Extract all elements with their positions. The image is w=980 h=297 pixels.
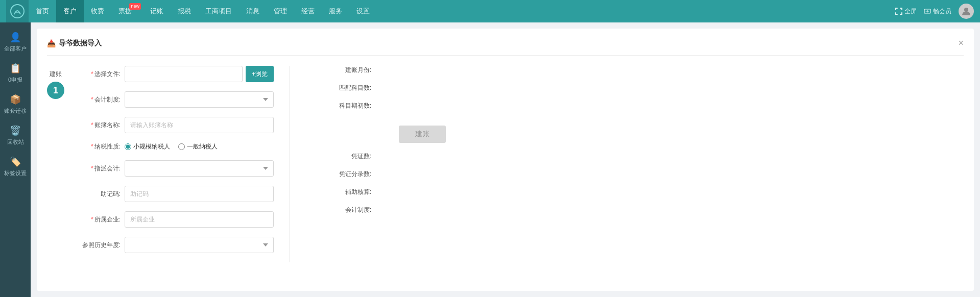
sidebar-item-all-customers[interactable]: 👤 全部客户 [0, 27, 31, 58]
tags-icon: 🏷️ [10, 156, 21, 167]
browse-button[interactable]: +浏览 [246, 66, 274, 82]
sidebar-item-label: 全部客户 [4, 45, 27, 53]
sidebar-item-label: 回收站 [7, 138, 24, 146]
file-input-group: +浏览 [125, 66, 274, 82]
sidebar-item-migration[interactable]: 📦 账套迁移 [0, 89, 31, 120]
sidebar-item-recycle[interactable]: 🗑️ 回收站 [0, 120, 31, 151]
top-nav: 首页 客户 收费 票据 new 记账 报税 工商项目 消息 管理 经营 服务 设… [0, 0, 980, 22]
accounting-system-select[interactable] [125, 91, 274, 108]
page-body: 📥 导爷数据导入 × 建账 1 *选择文件: [37, 29, 974, 291]
nav-item-tax[interactable]: 报税 [171, 0, 198, 22]
dialog-title: 📥 导爷数据导入 [47, 39, 964, 56]
step-section: 建账 1 [47, 66, 64, 262]
auxiliary-label: 辅助核算: [325, 188, 371, 196]
nav-items: 首页 客户 收费 票据 new 记账 报税 工商项目 消息 管理 经营 服务 设… [29, 0, 895, 22]
affiliated-company-label: *所属企业: [80, 215, 121, 224]
layout: 👤 全部客户 📋 0申报 📦 账套迁移 🗑️ 回收站 🏷️ 标签设置 📥 导爷数… [0, 22, 980, 297]
recycle-icon: 🗑️ [10, 125, 21, 136]
nav-item-invoice[interactable]: 票据 new [111, 0, 143, 22]
close-button[interactable]: × [958, 38, 964, 48]
tax-type-row: *纳税性质: 小规模纳税人 一般纳税人 [80, 142, 274, 151]
history-year-select[interactable] [125, 237, 274, 253]
assistant-code-input[interactable] [125, 186, 274, 202]
nav-item-business[interactable]: 工商项目 [198, 0, 239, 22]
match-subjects-label: 匹配科目数: [325, 84, 371, 92]
sidebar-item-label: 0申报 [8, 76, 22, 84]
ledger-name-row: *账簿名称: [80, 117, 274, 133]
subject-initial-label: 科目期初数: [325, 102, 371, 110]
right-accounting-system-label: 会计制度: [325, 206, 371, 214]
history-year-label: 参照历史年度: [80, 241, 121, 250]
sidebar-item-tags[interactable]: 🏷️ 标签设置 [0, 151, 31, 182]
form-left: *选择文件: +浏览 *会计制度: [80, 66, 274, 262]
nav-item-messages[interactable]: 消息 [239, 0, 267, 22]
migration-icon: 📦 [10, 94, 21, 105]
ledger-name-input[interactable] [125, 117, 274, 133]
build-btn-container: 建账 [325, 126, 519, 143]
accounting-system-row: *会计制度: [80, 91, 274, 108]
svg-rect-3 [895, 8, 896, 10]
sidebar-item-label: 标签设置 [4, 169, 27, 177]
affiliated-company-input[interactable] [125, 211, 274, 228]
match-subjects-row: 匹配科目数: [325, 84, 519, 92]
svg-rect-9 [901, 12, 902, 15]
nav-right: 全屏 畅会员 [895, 4, 974, 19]
tax-type-label: *纳税性质: [80, 142, 121, 151]
subject-initial-row: 科目期初数: [325, 102, 519, 110]
svg-rect-7 [895, 12, 896, 15]
affiliated-company-row: *所属企业: [80, 211, 274, 228]
nav-item-settings[interactable]: 设置 [349, 0, 377, 22]
tax-radio-group: 小规模纳税人 一般纳税人 [125, 142, 218, 151]
nav-item-manage[interactable]: 管理 [267, 0, 294, 22]
main-content: 📥 导爷数据导入 × 建账 1 *选择文件: [31, 22, 980, 297]
right-accounting-system-row: 会计制度: [325, 206, 519, 214]
nav-item-fee[interactable]: 收费 [84, 0, 111, 22]
file-row: *选择文件: +浏览 [80, 66, 274, 82]
file-label: *选择文件: [80, 70, 121, 79]
voucher-count-label: 凭证数: [325, 152, 371, 161]
assistant-code-row: 助记码: [80, 186, 274, 202]
sidebar-item-label: 账套迁移 [4, 107, 27, 115]
member-button[interactable]: 畅会员 [924, 7, 951, 16]
nav-item-customer[interactable]: 客户 [56, 0, 84, 22]
form-divider [289, 66, 290, 262]
assign-accountant-label: *指派会计: [80, 164, 121, 173]
sidebar-item-declaration[interactable]: 📋 0申报 [0, 58, 31, 89]
build-month-row: 建账月份: [325, 66, 519, 75]
svg-point-11 [964, 8, 968, 12]
build-month-label: 建账月份: [325, 66, 371, 75]
fullscreen-button[interactable]: 全屏 [895, 7, 917, 16]
assistant-code-label: 助记码: [80, 190, 121, 199]
tax-general-radio[interactable]: 一般纳税人 [178, 142, 218, 151]
svg-rect-5 [901, 8, 902, 10]
sidebar: 👤 全部客户 📋 0申报 📦 账套迁移 🗑️ 回收站 🏷️ 标签设置 [0, 22, 31, 297]
tax-small-radio[interactable]: 小规模纳税人 [125, 142, 170, 151]
nav-item-operations[interactable]: 经营 [294, 0, 322, 22]
dialog-title-text: 导爷数据导入 [59, 39, 102, 48]
voucher-count-row: 凭证数: [325, 152, 519, 161]
nav-item-bookkeeping[interactable]: 记账 [143, 0, 171, 22]
auxiliary-row: 辅助核算: [325, 188, 519, 196]
history-year-row: 参照历史年度: [80, 237, 274, 253]
step-circle: 1 [47, 82, 64, 99]
declaration-icon: 📋 [10, 63, 21, 74]
title-icon: 📥 [47, 39, 56, 47]
new-badge: new [129, 3, 141, 10]
assign-accountant-select[interactable] [125, 160, 274, 177]
form-right: 建账月份: 匹配科目数: 科目期初数: 建账 [325, 66, 519, 262]
form-area: 建账 1 *选择文件: +浏览 [47, 66, 964, 262]
voucher-entries-label: 凭证分录数: [325, 170, 371, 179]
file-input[interactable] [125, 66, 243, 82]
nav-item-service[interactable]: 服务 [322, 0, 349, 22]
step-label: 建账 [50, 70, 62, 79]
all-customers-icon: 👤 [10, 32, 21, 43]
build-button[interactable]: 建账 [399, 126, 446, 143]
nav-item-home[interactable]: 首页 [29, 0, 56, 22]
ledger-name-label: *账簿名称: [80, 121, 121, 130]
accounting-system-label: *会计制度: [80, 95, 121, 104]
assign-accountant-row: *指派会计: [80, 160, 274, 177]
logo [6, 0, 29, 22]
user-avatar[interactable] [959, 4, 974, 19]
voucher-entries-row: 凭证分录数: [325, 170, 519, 179]
